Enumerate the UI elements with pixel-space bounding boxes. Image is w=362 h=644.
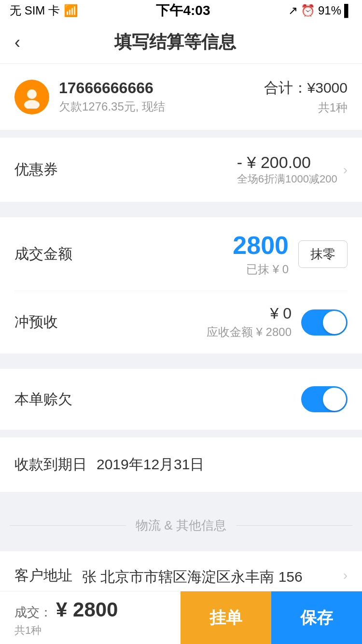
bottom-deal-label: 成交： — [14, 604, 52, 621]
prepaid-amount: ¥ 0 — [207, 305, 292, 322]
coupon-info: - ¥ 200.00 全场6折满1000减200 — [237, 153, 337, 186]
deal-value-group: 2800 已抹 ¥ 0 — [233, 231, 289, 277]
customer-info: 17666666666 欠款1276.35元, 现结 — [59, 79, 165, 114]
nav-bar: ‹ 填写结算等信息 — [0, 21, 362, 64]
round-button[interactable]: 抹零 — [298, 240, 348, 268]
logistics-divider: 物流 & 其他信息 — [0, 507, 362, 544]
prepaid-right: ¥ 0 应收金额 ¥ 2800 — [207, 305, 348, 340]
deal-sub: 已抹 ¥ 0 — [233, 262, 289, 277]
status-right: ↗ ⏰ 91% ▌ — [288, 4, 352, 17]
page-title: 填写结算等信息 — [30, 30, 320, 54]
section-divider-3 — [0, 500, 362, 507]
duedate-label: 收款到期日 — [14, 455, 87, 475]
battery-label: 91% — [318, 4, 341, 17]
deal-amount-label: 成交金额 — [14, 244, 72, 264]
deal-amount-value: 2800 — [233, 231, 289, 260]
debt-row: 本单赊欠 — [14, 369, 348, 430]
duedate-row: 收款到期日 2019年12月31日 — [14, 455, 348, 475]
prepaid-toggle[interactable] — [301, 309, 348, 336]
address-chevron-icon: › — [343, 568, 348, 583]
coupon-amount: - ¥ 200.00 — [237, 153, 337, 172]
customer-total: 合计：¥3000 — [264, 78, 348, 98]
prepaid-label: 冲预收 — [14, 312, 58, 332]
content: 17666666666 欠款1276.35元, 现结 合计：¥3000 共1种 … — [0, 64, 362, 644]
duedate-section: 收款到期日 2019年12月31日 — [0, 437, 362, 492]
bottom-deal: 成交： ¥ 2800 — [14, 598, 166, 621]
wifi-icon: 📶 — [64, 4, 78, 17]
prepaid-value-group: ¥ 0 应收金额 ¥ 2800 — [207, 305, 292, 340]
logistics-text: 物流 & 其他信息 — [136, 517, 226, 534]
bottom-bar: 成交： ¥ 2800 共1种 挂单 保存 — [0, 591, 362, 644]
status-left: 无 SIM 卡 📶 — [10, 3, 78, 18]
status-bar: 无 SIM 卡 📶 下午4:03 ↗ ⏰ 91% ▌ — [0, 0, 362, 21]
hold-button[interactable]: 挂单 — [181, 591, 271, 644]
battery-icon: ▌ — [344, 4, 352, 17]
avatar — [14, 80, 49, 114]
coupon-desc: 全场6折满1000减200 — [237, 172, 337, 186]
coupon-row[interactable]: 优惠券 - ¥ 200.00 全场6折满1000减200 › — [0, 138, 362, 202]
section-divider-2 — [0, 361, 362, 369]
customer-right: 合计：¥3000 共1种 — [264, 78, 348, 115]
alarm-icon: ⏰ — [301, 4, 315, 17]
sim-label: 无 SIM 卡 — [10, 3, 60, 18]
prepaid-sub: 应收金额 ¥ 2800 — [207, 324, 292, 340]
save-button[interactable]: 保存 — [271, 591, 362, 644]
toggle-knob — [323, 311, 346, 334]
customer-left: 17666666666 欠款1276.35元, 现结 — [14, 79, 165, 114]
location-icon: ↗ — [288, 4, 298, 17]
chevron-right-icon: › — [343, 162, 348, 178]
customer-count: 共1种 — [264, 100, 348, 115]
debt-toggle[interactable] — [301, 386, 348, 412]
prepaid-row: 冲预收 ¥ 0 应收金额 ¥ 2800 — [14, 291, 348, 353]
logistics-line-left — [10, 525, 126, 526]
debt-section: 本单赊欠 — [0, 369, 362, 430]
address-label: 客户地址 — [14, 566, 72, 586]
deal-section: 成交金额 2800 已抹 ¥ 0 抹零 冲预收 ¥ 0 应收金额 ¥ 2800 — [0, 217, 362, 353]
bottom-count: 共1种 — [14, 623, 166, 638]
bottom-deal-amount: ¥ 2800 — [56, 598, 118, 621]
svg-point-1 — [24, 100, 40, 109]
section-divider-1 — [0, 210, 362, 217]
status-time: 下午4:03 — [156, 1, 210, 20]
svg-point-0 — [27, 89, 37, 99]
customer-phone: 17666666666 — [59, 79, 165, 97]
logistics-line-right — [236, 525, 352, 526]
coupon-label: 优惠券 — [14, 160, 58, 180]
deal-right: 2800 已抹 ¥ 0 抹零 — [233, 231, 348, 277]
deal-amount-row: 成交金额 2800 已抹 ¥ 0 抹零 — [14, 217, 348, 291]
debt-toggle-knob — [323, 388, 346, 411]
bottom-summary: 成交： ¥ 2800 共1种 — [0, 598, 181, 638]
duedate-value: 2019年12月31日 — [97, 455, 204, 475]
debt-label: 本单赊欠 — [14, 390, 72, 409]
customer-sub: 欠款1276.35元, 现结 — [59, 99, 165, 114]
back-button[interactable]: ‹ — [14, 32, 20, 53]
coupon-right: - ¥ 200.00 全场6折满1000减200 › — [237, 153, 348, 186]
customer-card: 17666666666 欠款1276.35元, 现结 合计：¥3000 共1种 — [0, 64, 362, 130]
